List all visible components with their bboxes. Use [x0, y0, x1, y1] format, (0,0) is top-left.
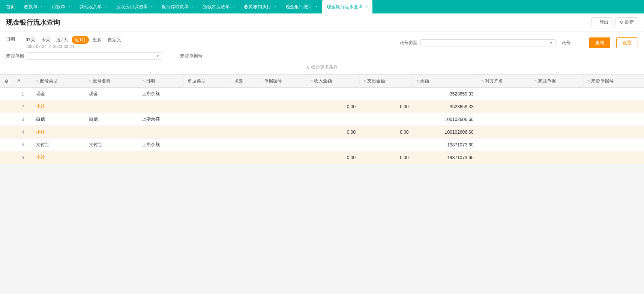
table-cell — [306, 88, 359, 100]
nav-collection-exec[interactable]: 收款核销执行 × — [240, 0, 281, 13]
date-label: 日期 — [6, 36, 21, 42]
table-cell: 微信 — [32, 113, 85, 126]
table-cell: 0.00 — [359, 151, 412, 164]
close-payments-icon[interactable]: × — [68, 0, 71, 13]
collapse-row: ∧ 收起更多条件 — [6, 63, 638, 71]
settings-button[interactable]: 设置 — [616, 37, 638, 48]
collapse-up-icon: ∧ — [306, 65, 309, 70]
col-balance[interactable]: ⇅余额 — [413, 75, 477, 88]
table-cell: 小计 — [32, 151, 85, 164]
query-button[interactable]: 查询 — [589, 37, 610, 48]
table-cell — [583, 126, 644, 139]
table-cell — [583, 139, 644, 151]
table-cell: 微信 — [85, 113, 138, 126]
col-gear[interactable]: ⚙ — [0, 75, 14, 88]
table-container: ⚙ # ⇅账号类型 ⇅账号名称 ⇅日期 单据类型 摘要 单据编号 ⇅收入金额 ⇅… — [0, 75, 644, 164]
table-cell — [138, 126, 184, 139]
shortcut-today[interactable]: 今天 — [39, 36, 53, 44]
table-cell — [306, 113, 359, 126]
table-cell — [260, 88, 306, 100]
col-counterparty[interactable]: ⇅对方户名 — [477, 75, 530, 88]
col-source-doc-no[interactable]: ⇅来源单据号 — [583, 75, 644, 88]
shortcut-1month[interactable]: 近1月 — [72, 36, 89, 44]
col-account-name[interactable]: ⇅账号名称 — [85, 75, 138, 88]
account-type-select[interactable]: ▾ — [420, 39, 555, 46]
source-doc-filter: 来源单据 ▾ — [6, 52, 162, 60]
sort-source-doc-no-icon: ⇅ — [587, 79, 590, 83]
nav-bank-deposit[interactable]: 银行存取款单 × — [157, 0, 198, 13]
shortcut-7days[interactable]: 近7天 — [54, 36, 70, 44]
table-cell — [0, 126, 14, 139]
close-ar-ap-icon[interactable]: × — [151, 0, 153, 13]
table-cell — [184, 88, 230, 100]
table-cell — [85, 126, 138, 139]
collapse-button[interactable]: ∧ 收起更多条件 — [306, 64, 338, 70]
table-cell: 100102606.60 — [413, 113, 477, 126]
table-cell — [138, 151, 184, 164]
table-cell: 6 — [14, 151, 32, 164]
table-cell: 5 — [14, 139, 32, 151]
table-cell: 0.00 — [359, 126, 412, 139]
shortcut-yesterday[interactable]: 昨天 — [24, 36, 38, 44]
table-row: 1现金现金上期余额-3528659.33 — [0, 88, 644, 100]
nav-receipts[interactable]: 收款单 × — [20, 0, 47, 13]
table-cell — [184, 151, 230, 164]
table-cell — [138, 100, 184, 113]
close-advance-offset-icon[interactable]: × — [233, 0, 235, 13]
nav-cash-bank-stat[interactable]: 现金银行统计 × — [281, 0, 322, 13]
col-income[interactable]: ⇅收入金额 — [306, 75, 359, 88]
nav-ar-ap-adjust[interactable]: 应收应付调整单 × — [112, 0, 158, 13]
col-date[interactable]: ⇅日期 — [138, 75, 184, 88]
nav-advance-offset[interactable]: 预收冲应收单 × — [198, 0, 240, 13]
table-cell — [85, 100, 138, 113]
nav-home[interactable]: 首页 — [2, 0, 20, 13]
shortcut-custom[interactable]: 自定义 — [105, 36, 123, 44]
page-title: 现金银行流水查询 — [6, 18, 60, 27]
close-collection-exec-icon[interactable]: × — [274, 0, 276, 13]
table-cell — [530, 100, 583, 113]
source-doc-no-input[interactable] — [206, 55, 341, 57]
table-header: ⚙ # ⇅账号类型 ⇅账号名称 ⇅日期 单据类型 摘要 单据编号 ⇅收入金额 ⇅… — [0, 75, 644, 88]
more-options-icon[interactable]: ··· — [579, 40, 583, 45]
col-source-doc[interactable]: ⇅来源单据 — [530, 75, 583, 88]
table-cell: -3528659.33 — [413, 100, 477, 113]
source-doc-select[interactable]: ▾ — [27, 52, 162, 60]
date-shortcuts: 昨天 今天 近7天 近1月 更多 自定义 — [24, 36, 123, 44]
refresh-button[interactable]: ↻ 刷新 — [615, 17, 638, 27]
nav-cash-bank-flow[interactable]: 现金银行流水查询 × — [322, 0, 372, 13]
table-cell: 小计 — [32, 126, 85, 139]
table-cell — [85, 151, 138, 164]
close-other-income-icon[interactable]: × — [105, 0, 107, 13]
table-cell — [583, 151, 644, 164]
account-type-dropdown-icon: ▾ — [550, 41, 552, 45]
close-receipts-icon[interactable]: × — [41, 0, 43, 13]
table-cell — [0, 113, 14, 126]
account-label: 账号 — [561, 40, 576, 46]
table-cell — [230, 113, 260, 126]
table-cell — [530, 139, 583, 151]
shortcut-more[interactable]: 更多 — [90, 36, 104, 44]
table-cell: 小计 — [32, 100, 85, 113]
sort-expense-icon: ⇅ — [363, 79, 366, 83]
col-account-type[interactable]: ⇅账号类型 — [32, 75, 85, 88]
table-row: 6小计0.000.0019871073.60 — [0, 151, 644, 164]
data-table: ⚙ # ⇅账号类型 ⇅账号名称 ⇅日期 单据类型 摘要 单据编号 ⇅收入金额 ⇅… — [0, 75, 644, 164]
nav-other-income[interactable]: 其他收入单 × — [75, 0, 112, 13]
header-actions: ↑ 导出 ↻ 刷新 — [591, 17, 638, 27]
sort-counterparty-icon: ⇅ — [481, 79, 484, 83]
table-cell — [184, 139, 230, 151]
col-expense[interactable]: ⇅支出金额 — [359, 75, 412, 88]
table-cell — [230, 139, 260, 151]
table-row: 5支付宝支付宝上期余额19871073.60 — [0, 139, 644, 151]
nav-payments[interactable]: 付款单 × — [47, 0, 75, 13]
filter-row-2: 来源单据 ▾ 来源单据号 — [6, 52, 638, 60]
close-bank-deposit-icon[interactable]: × — [192, 0, 194, 13]
close-cash-flow-icon[interactable]: × — [366, 0, 368, 13]
table-cell — [184, 126, 230, 139]
sort-account-name-icon: ⇅ — [89, 79, 92, 83]
close-cash-stat-icon[interactable]: × — [315, 0, 318, 13]
export-button[interactable]: ↑ 导出 — [591, 17, 612, 27]
table-cell — [260, 113, 306, 126]
filter-row-1: 日期 昨天 今天 近7天 近1月 更多 自定义 2023-02-24 至 202… — [6, 36, 638, 49]
table-cell — [583, 113, 644, 126]
